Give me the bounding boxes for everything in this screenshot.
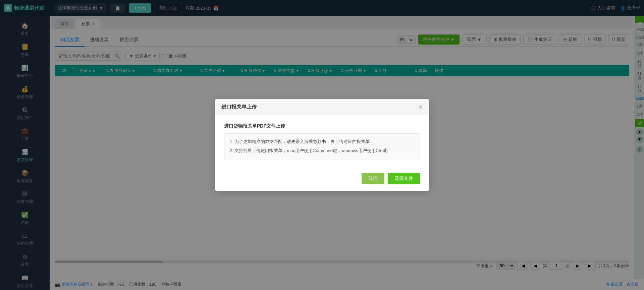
modal-body: 进口货物报关单PDF文件上传 1. 为了更加精准的数据匹配，请先录入海关缴款书，… xyxy=(215,115,429,167)
modal-footer: 取消 选择文件 xyxy=(215,167,429,191)
modal-info-box: 1. 为了更加精准的数据匹配，请先录入海关缴款书，再上传对应的报关单； 2. 支… xyxy=(224,133,420,159)
modal-close-button[interactable]: ✕ xyxy=(418,104,423,110)
modal-header: 进口报关单上传 ✕ xyxy=(215,99,429,115)
modal-select-file-button[interactable]: 选择文件 xyxy=(388,173,420,184)
modal-section-title: 进口货物报关单PDF文件上传 xyxy=(224,123,420,129)
modal-overlay[interactable]: 进口报关单上传 ✕ 进口货物报关单PDF文件上传 1. 为了更加精准的数据匹配，… xyxy=(0,0,644,290)
import-modal: 进口报关单上传 ✕ 进口货物报关单PDF文件上传 1. 为了更加精准的数据匹配，… xyxy=(215,99,429,191)
modal-cancel-button[interactable]: 取消 xyxy=(362,173,384,184)
modal-info-2: 2. 支持批量上传进口报关单，mac用户使用Command键，windows用户… xyxy=(230,147,414,154)
modal-info-1: 1. 为了更加精准的数据匹配，请先录入海关缴款书，再上传对应的报关单； xyxy=(230,138,414,145)
modal-title: 进口报关单上传 xyxy=(221,104,257,110)
